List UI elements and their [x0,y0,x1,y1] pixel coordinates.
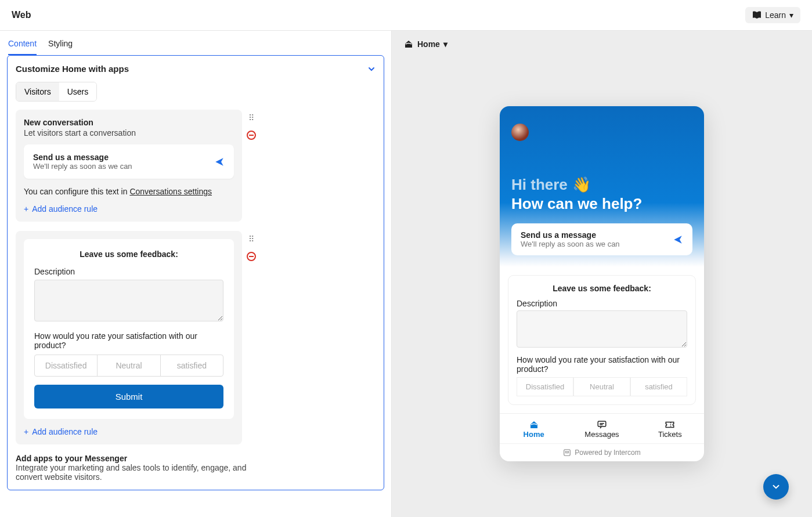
segment-users[interactable]: Users [59,82,97,101]
avatar [511,124,529,141]
messenger-launcher[interactable] [763,474,789,500]
feedback-card: Leave us some feedback: Description How … [16,231,242,444]
home-icon [500,420,568,430]
rating-neutral[interactable]: Neutral [97,355,160,376]
add-apps-title: Add apps to your Messenger [16,454,376,463]
tab-content[interactable]: Content [8,39,37,55]
send-icon [673,234,683,245]
greeting-help: How can we help? [511,195,692,213]
preview-msg-title: Send us a message [521,230,620,240]
preview-rating-dissatisfied[interactable]: Dissatisfied [517,377,573,396]
preview-page-dropdown[interactable]: Home ▾ [403,39,447,49]
send-message-box[interactable]: Send us a message We'll reply as soon as… [24,144,234,179]
preview-fb-rate-label: How would you rate your satisfaction wit… [517,355,687,374]
remove-icon[interactable] [247,131,256,140]
drag-handle-icon[interactable]: ⠿ [248,113,255,122]
chevron-down-icon [771,482,781,492]
caret-down-icon: ▾ [789,10,793,20]
new-conversation-title: New conversation [24,118,234,127]
preview-send-message-box[interactable]: Send us a message We'll reply as soon as… [511,223,692,255]
feedback-rate-label: How would you rate your satisfaction wit… [34,331,223,350]
nav-messages[interactable]: Messages [568,414,636,443]
learn-label: Learn [765,10,786,20]
preview-fb-title: Leave us some feedback: [517,284,687,293]
plus-icon: + [24,204,28,214]
send-message-sub: We'll reply as soon as we can [33,162,132,171]
preview-rating-satisfied[interactable]: satisfied [630,377,687,396]
new-conversation-sub: Let visitors start a conversation [24,128,234,138]
preview-msg-sub: We'll reply as soon as we can [521,240,620,248]
remove-icon[interactable] [247,252,256,261]
add-apps-desc: Integrate your marketing and sales tools… [16,463,259,482]
greeting-hi: Hi there 👋 [511,176,692,194]
preview-fb-textarea[interactable] [517,310,687,348]
preview-rating-neutral[interactable]: Neutral [573,377,630,396]
feedback-desc-label: Description [34,267,223,276]
preview-feedback-card: Leave us some feedback: Description How … [508,275,696,405]
audience-segment: Visitors Users [16,82,97,102]
conversations-settings-link[interactable]: Conversations settings [129,187,212,196]
nav-tickets[interactable]: Tickets [636,414,704,443]
rating-options: Dissatisfied Neutral satisfied [34,355,223,377]
message-icon [568,420,636,430]
ticket-icon [636,420,704,430]
caret-down-icon: ▾ [443,39,447,49]
feedback-description-input[interactable] [34,280,223,321]
chevron-down-icon[interactable] [367,65,376,73]
home-icon [403,39,414,49]
powered-by[interactable]: Powered by Intercom [500,443,704,461]
add-audience-rule-2[interactable]: + Add audience rule [24,427,234,436]
rating-satisfied[interactable]: satisfied [160,355,223,376]
new-conversation-card: New conversation Let visitors start a co… [16,110,242,222]
wave-icon: 👋 [572,176,591,194]
panel-title: Customize Home with apps [16,64,129,74]
learn-button[interactable]: Learn ▾ [745,7,800,23]
messenger-preview: Hi there 👋 How can we help? Send us a me… [500,106,704,461]
preview-fb-desc-label: Description [517,299,687,308]
intercom-icon [563,449,571,457]
add-audience-rule-1[interactable]: + Add audience rule [24,204,234,214]
preview-rating-options: Dissatisfied Neutral satisfied [517,377,687,396]
send-icon [214,157,225,167]
rating-dissatisfied[interactable]: Dissatisfied [35,355,97,376]
config-note: You can configure this text in Conversat… [24,187,234,196]
segment-visitors[interactable]: Visitors [16,82,59,101]
submit-button[interactable]: Submit [34,385,223,408]
plus-icon: + [24,427,28,436]
page-title: Web [12,10,31,20]
tab-styling[interactable]: Styling [48,39,73,55]
drag-handle-icon[interactable]: ⠿ [248,234,255,244]
nav-home[interactable]: Home [500,414,568,443]
book-icon [752,11,762,19]
send-message-title: Send us a message [33,153,132,162]
feedback-title: Leave us some feedback: [34,250,223,259]
